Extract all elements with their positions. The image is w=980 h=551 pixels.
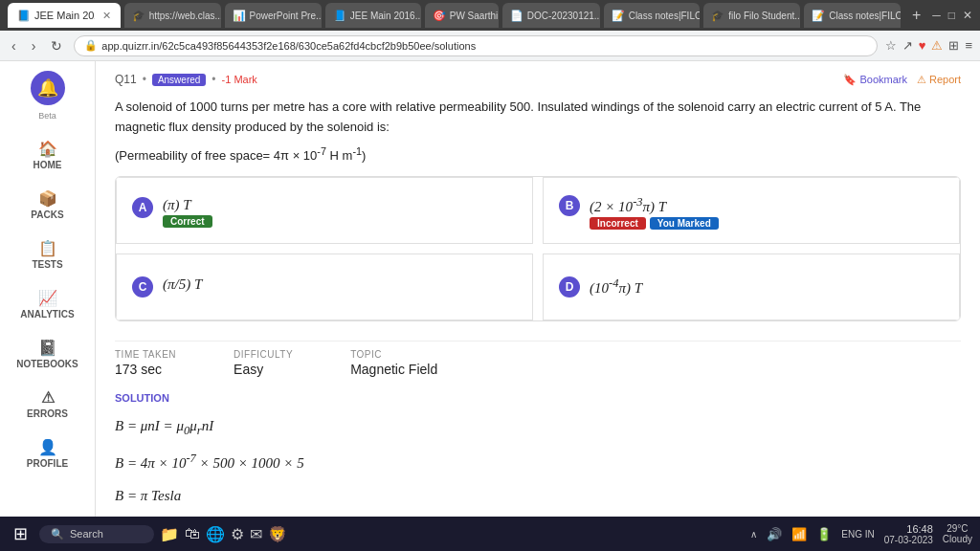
- sidebar-errors-label: ERRORS: [27, 408, 68, 419]
- tab-close-icon[interactable]: ✕: [102, 10, 111, 22]
- sidebar-item-analytics[interactable]: 📈 ANALYTICS: [5, 281, 91, 327]
- grid-icon[interactable]: ⊞: [948, 38, 959, 53]
- correct-badge: Correct: [163, 215, 212, 228]
- tab-pw[interactable]: 🎯PW Saarthi: [425, 3, 499, 28]
- tab-doc[interactable]: 📄DOC-20230121...: [502, 3, 600, 28]
- heart-icon: ♥: [919, 38, 926, 53]
- solution-line-2: B = 4π × 10-7 × 500 × 1000 × 5: [115, 447, 961, 477]
- analytics-icon: 📈: [38, 289, 57, 307]
- time-taken-value: 173 sec: [115, 362, 176, 377]
- answered-badge: Answered: [152, 74, 206, 86]
- packs-icon: 📦: [38, 189, 57, 208]
- option-c-text: (π/5) T: [163, 276, 202, 293]
- bookmark-label: Bookmark: [859, 74, 907, 85]
- sidebar-item-errors[interactable]: ⚠ ERRORS: [5, 381, 91, 427]
- taskbar-icon-mail[interactable]: ✉: [250, 525, 262, 543]
- taskbar-icon-explorer[interactable]: 📁: [160, 525, 179, 543]
- taskbar-search-box[interactable]: 🔍 Search: [39, 525, 154, 543]
- tab-jee2016[interactable]: 📘JEE Main 2016...: [325, 3, 421, 28]
- browser-action-icons: ☆ ↗ ♥ ⚠ ⊞ ≡: [885, 38, 972, 53]
- sidebar-item-packs[interactable]: 📦 PACKS: [5, 182, 91, 228]
- main-content: Q11 • Answered • -1 Mark 🔖 Bookmark ⚠ Re…: [96, 61, 980, 517]
- bookmark-button[interactable]: 🔖 Bookmark: [843, 74, 907, 86]
- window-controls: ─ □ ✕: [932, 9, 972, 22]
- date-display: 07-03-2023: [884, 535, 933, 545]
- question-actions: 🔖 Bookmark ⚠ Report: [843, 74, 961, 86]
- speaker-icon[interactable]: 🔊: [767, 527, 782, 541]
- report-button[interactable]: ⚠ Report: [917, 74, 961, 86]
- taskbar-system-tray: ∧ 🔊 📶 🔋 ENG IN 16:48 07-03-2023 29°CClou…: [750, 523, 972, 545]
- stats-row: TIME TAKEN 173 sec DIFFICULTY Easy TOPIC…: [115, 341, 961, 377]
- youmarked-badge: You Marked: [650, 217, 719, 230]
- option-d-label: D: [559, 276, 580, 298]
- taskbar-icon-settings[interactable]: ⚙: [231, 525, 244, 543]
- option-d[interactable]: D (10-4π) T: [543, 253, 960, 320]
- back-button[interactable]: ‹: [8, 36, 20, 55]
- tab-label: JEE Main 2021: [34, 10, 95, 21]
- tab-classp[interactable]: 🎓https://web.clas...: [124, 3, 221, 28]
- errors-icon: ⚠: [41, 388, 55, 407]
- option-d-text: (10-4π) T: [590, 276, 642, 297]
- solution-label: SOLUTION: [115, 392, 961, 404]
- sidebar-tests-label: TESTS: [32, 259, 62, 270]
- minimize-icon[interactable]: ─: [932, 9, 941, 22]
- url-input[interactable]: 🔒 app.quizrr.in/62c5ca493f85644353f2e168…: [74, 35, 877, 56]
- solution-line-3: B = π Tesla: [115, 481, 961, 510]
- battery-icon[interactable]: 🔋: [816, 527, 832, 541]
- report-icon: ⚠: [917, 74, 926, 86]
- question-header: Q11 • Answered • -1 Mark 🔖 Bookmark ⚠ Re…: [115, 73, 961, 86]
- sidebar-packs-label: PACKS: [31, 209, 63, 220]
- option-b-text: (2 × 10-3π) T: [590, 195, 719, 215]
- separator2: •: [212, 73, 215, 86]
- forward-button[interactable]: ›: [28, 36, 40, 55]
- tab-filo2[interactable]: 📝Class notes|FILO: [804, 3, 901, 28]
- wifi-icon[interactable]: 📶: [791, 527, 807, 541]
- option-a[interactable]: A (π) T Correct: [116, 177, 533, 244]
- taskbar-icon-store[interactable]: 🛍: [185, 525, 200, 542]
- sidebar-item-home[interactable]: 🏠 HOME: [5, 132, 91, 178]
- bookmark-star-icon[interactable]: ☆: [885, 38, 897, 53]
- sidebar: 🔔 Beta 🏠 HOME 📦 PACKS 📋 TESTS 📈 ANALYTIC…: [0, 61, 96, 517]
- sidebar-item-notebooks[interactable]: 📓 NOTEBOOKS: [5, 331, 91, 377]
- chevron-icon[interactable]: ∧: [750, 529, 757, 540]
- difficulty-label: DIFFICULTY: [234, 349, 293, 360]
- option-a-badges: Correct: [163, 215, 212, 228]
- mark-badge: -1 Mark: [222, 74, 257, 85]
- share-icon[interactable]: ↗: [902, 38, 913, 53]
- refresh-button[interactable]: ↻: [47, 36, 66, 55]
- sidebar-item-tests[interactable]: 📋 TESTS: [5, 231, 91, 277]
- difficulty-stat: DIFFICULTY Easy: [234, 349, 293, 377]
- topic-stat: TOPIC Magnetic Field: [350, 349, 437, 377]
- search-icon: 🔍: [51, 528, 64, 540]
- new-tab-button[interactable]: +: [904, 7, 928, 24]
- option-b[interactable]: B (2 × 10-3π) T Incorrect You Marked: [543, 177, 960, 244]
- close-icon[interactable]: ✕: [963, 9, 972, 22]
- warning-icon: ⚠: [931, 38, 943, 53]
- option-c[interactable]: C (π/5) T: [116, 253, 533, 320]
- menu-icon[interactable]: ≡: [965, 38, 972, 53]
- taskbar-icon-brave[interactable]: 🦁: [268, 525, 287, 543]
- question-meta: Q11 • Answered • -1 Mark: [115, 73, 257, 86]
- beta-label: Beta: [38, 111, 56, 121]
- start-button[interactable]: ⊞: [8, 521, 33, 546]
- difficulty-value: Easy: [234, 362, 293, 377]
- active-tab[interactable]: 📘 JEE Main 2021 ✕: [8, 3, 121, 28]
- tab-filo1[interactable]: 📝Class notes|FILO: [604, 3, 701, 28]
- permeability-text: (Permeability of free space= 4π × 10-7 H…: [115, 145, 961, 163]
- incorrect-badge: Incorrect: [590, 217, 646, 230]
- tab-filoworld[interactable]: 🎓filo Filo Student...: [703, 3, 800, 28]
- language-indicator: ENG IN: [841, 529, 874, 540]
- logo-icon: 🔔: [37, 77, 58, 99]
- tests-icon: 📋: [38, 239, 57, 257]
- solution-line-1: B = μnI = μ0μrnI: [115, 411, 961, 443]
- sidebar-item-profile[interactable]: 👤 PROFILE: [5, 430, 91, 476]
- option-b-label: B: [559, 195, 580, 216]
- language-code: ENG IN: [841, 529, 874, 540]
- maximize-icon[interactable]: □: [948, 9, 955, 22]
- sidebar-home-label: HOME: [33, 160, 62, 170]
- taskbar-icon-edge[interactable]: 🌐: [206, 525, 225, 543]
- tab-ppt[interactable]: 📊PowerPoint Pre...: [225, 3, 322, 28]
- sidebar-logo: 🔔: [31, 71, 65, 105]
- profile-icon: 👤: [38, 438, 57, 456]
- option-a-label: A: [132, 197, 153, 218]
